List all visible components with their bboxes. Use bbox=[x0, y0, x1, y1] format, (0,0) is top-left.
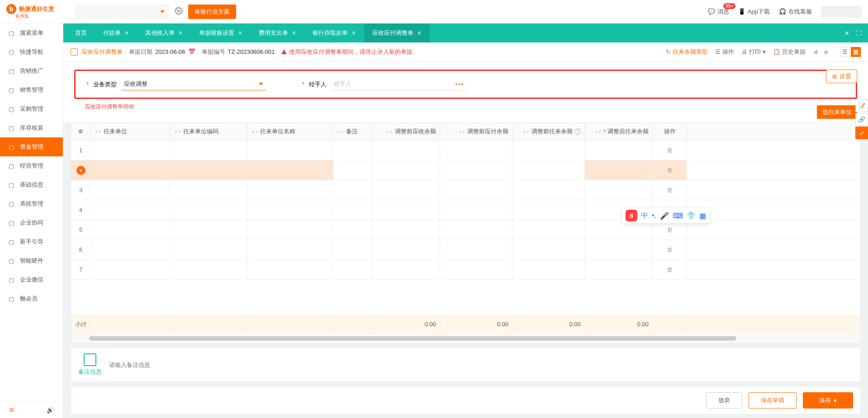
calendar-icon[interactable]: 📅 bbox=[188, 48, 195, 55]
sidebar-item-cart[interactable]: ▢采购管理 bbox=[0, 99, 63, 118]
sidebar-item-wallet[interactable]: ▢资金管理 bbox=[0, 137, 63, 156]
tabs: 首页付款单✕其他收入单✕单据模板设置✕费用支出单✕银行存取款单✕应收应付调整单✕… bbox=[63, 23, 868, 42]
table-row[interactable]: 5🗑 bbox=[71, 220, 860, 240]
reset-balance-button[interactable]: ↻ 往来余额重取 bbox=[666, 48, 708, 56]
next-icon[interactable]: ▶ bbox=[825, 48, 829, 55]
col-balance-before[interactable]: ▲▼调整前往来余额? bbox=[512, 123, 585, 140]
save-draft-button[interactable]: 保存草稿 bbox=[749, 392, 797, 409]
save-button[interactable]: 保存▾ bbox=[803, 392, 853, 409]
sidebar-item-db[interactable]: ▢基础信息 bbox=[0, 175, 63, 194]
view-list[interactable]: ☰ bbox=[840, 47, 850, 57]
warning-icon bbox=[281, 49, 287, 54]
tab[interactable]: 其他收入单✕ bbox=[137, 23, 191, 42]
handler-input[interactable]: 经手人••• bbox=[331, 78, 467, 90]
table-row[interactable]: 6🗑 bbox=[71, 240, 860, 260]
add-row-icon[interactable]: + bbox=[76, 166, 85, 175]
form-highlight-box: *业务类型 应收调整 *经手人 经手人••• bbox=[74, 70, 857, 99]
delete-row-icon[interactable]: 🗑 bbox=[667, 266, 673, 273]
delete-row-icon[interactable]: 🗑 bbox=[667, 226, 673, 233]
user-avatar[interactable] bbox=[821, 6, 862, 18]
tab[interactable]: 银行存取款单✕ bbox=[304, 23, 364, 42]
sidebar-item-chip[interactable]: ▢智能硬件 bbox=[0, 251, 63, 270]
tab[interactable]: 应收应付调整单✕ bbox=[364, 23, 430, 42]
online-service-button[interactable]: 🎧在线客服 bbox=[779, 8, 812, 16]
table-row[interactable]: 3🗑 bbox=[71, 180, 860, 200]
delete-row-icon[interactable]: 🗑 bbox=[667, 167, 673, 174]
tab[interactable]: 费用支出单✕ bbox=[251, 23, 304, 42]
sidebar-item-home[interactable]: ▢快捷导航 bbox=[0, 42, 63, 61]
wechat-icon: ▢ bbox=[7, 276, 15, 284]
sound-icon[interactable]: 🔊 bbox=[47, 407, 54, 413]
delete-row-icon[interactable]: 🗑 bbox=[667, 187, 673, 193]
col-balance-after[interactable]: ▲▼*调整后往来余额 bbox=[585, 123, 653, 140]
messages-button[interactable]: 💬消息99+ bbox=[708, 8, 729, 16]
app-download-button[interactable]: 📱App下载 bbox=[738, 8, 770, 16]
sidebar-item-gear[interactable]: ▢系统管理 bbox=[0, 194, 63, 213]
rail-note-icon[interactable]: 📝 bbox=[855, 99, 868, 112]
ime-skin-icon[interactable]: 👕 bbox=[687, 211, 696, 220]
help-icon[interactable]: ? bbox=[574, 128, 581, 135]
col-name[interactable]: ▲▼往来单位名称 bbox=[247, 123, 333, 140]
ime-punct-icon[interactable]: •, bbox=[652, 211, 656, 220]
table-row[interactable]: +🗑 bbox=[71, 160, 860, 180]
ime-toolbar[interactable]: S 中 •, 🎤 ⌨ 👕 ▦ bbox=[622, 208, 710, 223]
sidebar-item-vip[interactable]: ▢畅会员 bbox=[0, 289, 63, 308]
ime-mic-icon[interactable]: 🎤 bbox=[660, 211, 669, 220]
rail-expand-icon[interactable]: ⤢ bbox=[855, 127, 868, 139]
right-rail: 📝 🔗 ⤢ bbox=[855, 99, 868, 139]
sidebar-item-org[interactable]: ▢企业协同 bbox=[0, 213, 63, 232]
prev-icon[interactable]: ◀ bbox=[813, 48, 817, 55]
remark-input[interactable] bbox=[109, 362, 853, 368]
col-remark[interactable]: ▲▼备注 bbox=[333, 123, 371, 140]
rail-attach-icon[interactable]: 🔗 bbox=[855, 113, 868, 126]
select-unit-button[interactable]: 选往来单位 bbox=[817, 105, 857, 119]
doc-date[interactable]: 2023-06-06 bbox=[155, 48, 185, 55]
ime-keyboard-icon[interactable]: ⌨ bbox=[673, 211, 683, 220]
table-row[interactable]: 1🗑 bbox=[71, 141, 860, 160]
tab-close-all[interactable]: ✕ bbox=[844, 30, 849, 37]
close-icon[interactable]: ✕ bbox=[238, 30, 242, 36]
history-button[interactable]: 📋 历史单据 bbox=[773, 48, 806, 56]
delete-row-icon[interactable]: 🗑 bbox=[667, 246, 673, 253]
col-pay-before[interactable]: ▲▼调整前应付余额 bbox=[440, 123, 512, 140]
ime-toolbox-icon[interactable]: ▦ bbox=[699, 211, 706, 220]
close-icon[interactable]: ✕ bbox=[292, 30, 296, 36]
tab[interactable]: 付款单✕ bbox=[95, 23, 137, 42]
messages-badge: 99+ bbox=[723, 3, 735, 9]
ime-lang[interactable]: 中 bbox=[641, 211, 648, 221]
operate-button[interactable]: ☰ 操作 bbox=[715, 48, 734, 56]
sidebar-item-chart[interactable]: ▢经营管理 bbox=[0, 156, 63, 175]
col-unit[interactable]: ▲▼往来单位 bbox=[91, 123, 171, 140]
sidebar-item-box[interactable]: ▢库存核算 bbox=[0, 118, 63, 137]
table-row[interactable]: 4🗑 bbox=[71, 200, 860, 220]
discard-button[interactable]: 放弃 bbox=[706, 392, 742, 409]
settings-button[interactable] bbox=[175, 7, 183, 16]
sidebar-item-gift[interactable]: ▢营销推广 bbox=[0, 61, 63, 80]
settings-button[interactable]: ⚙设置 bbox=[826, 70, 857, 83]
sidebar-item-bag[interactable]: ▢销售管理 bbox=[0, 80, 63, 99]
horizontal-scrollbar[interactable] bbox=[71, 335, 860, 342]
more-icon[interactable]: ••• bbox=[455, 81, 464, 88]
brand-icon: b bbox=[6, 4, 16, 14]
tab[interactable]: 单据模板设置✕ bbox=[191, 23, 251, 42]
view-grid[interactable]: ▦ bbox=[851, 47, 861, 57]
tab-expand[interactable]: ⛶ bbox=[856, 30, 862, 37]
delete-row-icon[interactable]: 🗑 bbox=[667, 147, 673, 154]
close-icon[interactable]: ✕ bbox=[351, 30, 356, 36]
close-icon[interactable]: ✕ bbox=[124, 30, 129, 36]
close-icon[interactable]: ✕ bbox=[178, 30, 183, 36]
sidebar-item-book[interactable]: ▢新手引导 bbox=[0, 232, 63, 251]
org-selector[interactable] bbox=[74, 5, 169, 19]
col-recv-before[interactable]: ▲▼调整前应收余额 bbox=[371, 123, 440, 140]
biz-type-select[interactable]: 应收调整 bbox=[121, 78, 266, 90]
col-code[interactable]: ▲▼往来单位编码 bbox=[171, 123, 247, 140]
tab[interactable]: 首页 bbox=[67, 23, 95, 42]
experience-button[interactable]: 体验行业方案 bbox=[188, 5, 236, 19]
collapse-icon[interactable]: ⚙ bbox=[9, 407, 14, 413]
sidebar-item-wechat[interactable]: ▢企业微信 bbox=[0, 270, 63, 289]
sidebar-item-search[interactable]: ▢搜索菜单 bbox=[0, 23, 63, 42]
gear-column[interactable]: ⚙ bbox=[71, 123, 91, 140]
close-icon[interactable]: ✕ bbox=[417, 30, 422, 36]
print-button[interactable]: 🖨 打印 ▾ bbox=[741, 48, 766, 56]
table-row[interactable]: 7🗑 bbox=[71, 260, 860, 280]
